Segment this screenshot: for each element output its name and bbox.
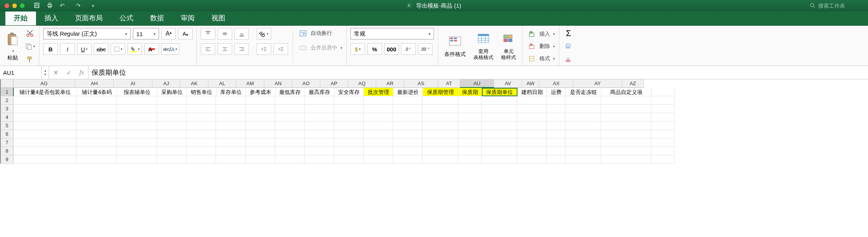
cell[interactable]: 最新进价 <box>393 88 423 96</box>
print-icon[interactable] <box>47 2 53 10</box>
cell[interactable] <box>216 105 246 113</box>
cell[interactable] <box>157 96 187 105</box>
cell[interactable] <box>364 138 393 147</box>
cell[interactable]: 最高库存 <box>305 88 334 96</box>
tab-review[interactable]: 审阅 <box>172 11 203 25</box>
cell[interactable]: 销售单位 <box>187 88 216 96</box>
cell[interactable] <box>393 122 423 130</box>
cell[interactable] <box>601 113 651 122</box>
cell[interactable] <box>246 96 275 105</box>
cell[interactable] <box>216 155 246 164</box>
fill-button[interactable] <box>563 41 574 52</box>
cell[interactable] <box>117 130 157 138</box>
cell[interactable] <box>547 130 565 138</box>
clear-button[interactable] <box>563 54 574 65</box>
delete-cells-button[interactable]: 删除 ▾ <box>526 41 555 52</box>
cell[interactable]: 保质期 <box>459 88 482 96</box>
cell[interactable] <box>13 96 77 105</box>
decrease-indent-button[interactable] <box>257 43 271 55</box>
merge-center-button[interactable]: 合并后居中 ▾ <box>298 43 342 53</box>
cell[interactable] <box>77 138 117 147</box>
undo-icon[interactable]: ↶ ▾ <box>60 2 69 9</box>
wrap-text-button[interactable]: 自动换行 <box>298 28 342 39</box>
cell[interactable] <box>187 105 216 113</box>
row-header[interactable]: 9 <box>0 155 13 164</box>
decrease-font-button[interactable]: A▾ <box>178 28 193 40</box>
cell[interactable] <box>13 105 77 113</box>
fill-color-button[interactable]: ▾ <box>128 43 142 55</box>
align-left-button[interactable] <box>201 43 215 55</box>
cell[interactable] <box>651 122 675 130</box>
cut-button[interactable] <box>25 28 35 39</box>
cell[interactable] <box>216 130 246 138</box>
cell[interactable] <box>601 105 651 113</box>
tab-data[interactable]: 数据 <box>142 11 172 25</box>
tab-home[interactable]: 开始 <box>5 11 36 25</box>
cell[interactable] <box>423 138 458 147</box>
cell[interactable]: 安全库存 <box>334 88 364 96</box>
paste-button[interactable]: ▾ 粘贴 <box>4 28 21 65</box>
cell[interactable]: 建档日期 <box>518 88 547 96</box>
cell[interactable] <box>305 96 334 105</box>
cell[interactable]: 是否走冻链 <box>566 88 601 96</box>
cell[interactable] <box>601 138 651 147</box>
cell[interactable] <box>334 155 364 164</box>
cell[interactable] <box>157 130 187 138</box>
cell[interactable] <box>77 147 117 155</box>
cell[interactable] <box>275 147 305 155</box>
cell[interactable] <box>393 155 423 164</box>
cell[interactable] <box>334 147 364 155</box>
cell[interactable] <box>187 138 216 147</box>
cell[interactable] <box>458 138 481 147</box>
increase-decimal-button[interactable]: .0 <box>401 43 416 55</box>
cell[interactable] <box>117 138 157 147</box>
cell[interactable] <box>246 122 275 130</box>
cell[interactable] <box>187 113 216 122</box>
column-header[interactable]: AU <box>460 79 494 88</box>
align-center-button[interactable] <box>218 43 232 55</box>
cell[interactable]: 参考成本 <box>246 88 275 96</box>
row-header[interactable]: 7 <box>0 138 13 147</box>
cell[interactable] <box>393 105 423 113</box>
tab-formulas[interactable]: 公式 <box>111 11 142 25</box>
formula-input[interactable]: 保质期单位 <box>88 66 868 79</box>
cell[interactable] <box>547 122 565 130</box>
cell[interactable] <box>547 96 565 105</box>
cell[interactable] <box>117 122 157 130</box>
comma-style-button[interactable]: 000 <box>384 43 399 55</box>
row-header[interactable]: 8 <box>0 147 13 155</box>
row-header[interactable]: 6 <box>0 130 13 138</box>
save-icon[interactable] <box>34 2 40 10</box>
cell[interactable] <box>157 155 187 164</box>
cell[interactable] <box>157 122 187 130</box>
cell[interactable] <box>77 130 117 138</box>
cell[interactable] <box>651 96 675 105</box>
cell[interactable] <box>216 122 246 130</box>
cell[interactable] <box>334 130 364 138</box>
cell[interactable] <box>458 105 481 113</box>
cell[interactable] <box>601 147 651 155</box>
tab-insert[interactable]: 插入 <box>36 11 67 25</box>
cell[interactable]: 辅计量4条码 <box>77 88 117 96</box>
cell[interactable] <box>547 155 565 164</box>
cell[interactable] <box>13 138 77 147</box>
cell[interactable] <box>305 147 334 155</box>
column-header[interactable]: AV <box>494 79 522 88</box>
cell[interactable] <box>13 122 77 130</box>
cell[interactable] <box>565 138 601 147</box>
row-header[interactable]: 5 <box>0 122 13 130</box>
cell[interactable] <box>423 105 458 113</box>
format-painter-button[interactable] <box>25 54 35 65</box>
row-header[interactable]: 3 <box>0 105 13 113</box>
cell[interactable] <box>187 155 216 164</box>
cell[interactable] <box>305 122 334 130</box>
increase-indent-button[interactable] <box>274 43 288 55</box>
cell[interactable]: 辅计量4是否包装单位 <box>14 88 77 96</box>
cell[interactable] <box>246 147 275 155</box>
column-header[interactable]: AZ <box>622 79 644 88</box>
cell[interactable] <box>364 105 393 113</box>
italic-button[interactable]: I <box>60 43 75 55</box>
cell[interactable] <box>458 122 481 130</box>
cell[interactable] <box>275 105 305 113</box>
cell[interactable] <box>117 155 157 164</box>
